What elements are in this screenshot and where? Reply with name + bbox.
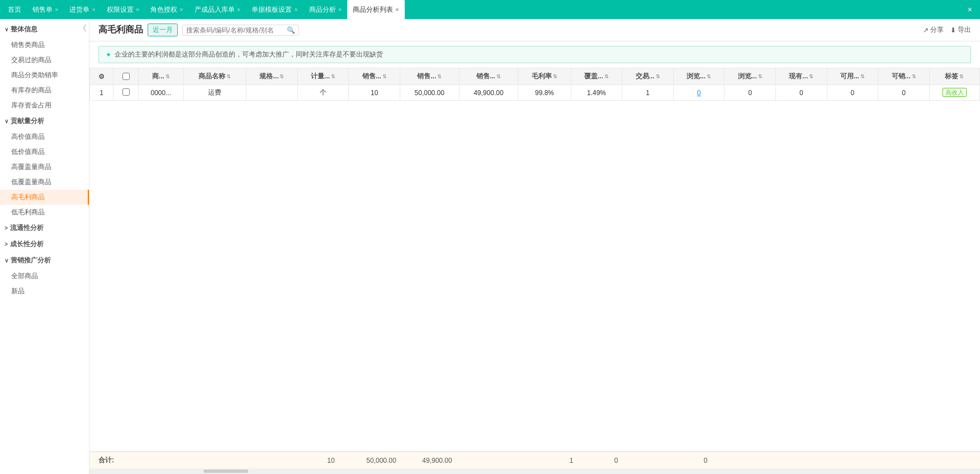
sidebar-item[interactable]: 库存资金占用 xyxy=(0,98,89,113)
browse1[interactable]: 0 xyxy=(673,85,725,101)
product-spec xyxy=(247,85,298,101)
sort-icon[interactable]: ⇅ xyxy=(912,74,916,79)
column-label: 销售... xyxy=(417,72,436,81)
tag: 高收入 xyxy=(929,85,979,101)
search-icon[interactable]: 🔍 xyxy=(287,26,295,34)
table-column-header[interactable]: 覆盖...⇅ xyxy=(571,68,622,85)
table-column-header[interactable]: 销售...⇅ xyxy=(459,68,518,85)
table-column-header[interactable]: 标签⇅ xyxy=(929,68,979,85)
footer-label: 合计: xyxy=(98,456,121,465)
select-all-checkbox[interactable] xyxy=(122,73,130,80)
column-label: ⚙ xyxy=(98,73,105,81)
nav-close-icon[interactable]: × xyxy=(338,6,342,13)
table-column-header[interactable]: 毛利率⇅ xyxy=(518,68,571,85)
sort-icon[interactable]: ⇅ xyxy=(860,74,865,79)
table-column-header[interactable]: 销售...⇅ xyxy=(349,68,400,85)
nav-item[interactable]: 权限设置× xyxy=(101,0,145,19)
nav-item[interactable]: 单据模板设置× xyxy=(246,0,303,19)
row-checkbox[interactable] xyxy=(113,85,139,101)
gross-rate: 99.8% xyxy=(518,85,571,101)
sort-icon[interactable]: ⇅ xyxy=(553,74,557,79)
sort-icon[interactable]: ⇅ xyxy=(437,74,442,79)
table-column-header[interactable]: 商...⇅ xyxy=(139,68,184,85)
nav-item[interactable]: 商品分析列表× xyxy=(347,0,404,19)
coverage-rate: 1.49% xyxy=(571,85,622,101)
table-column-header[interactable]: 商品名称⇅ xyxy=(183,68,247,85)
sidebar-item[interactable]: 低毛利商品 xyxy=(0,205,89,220)
table-footer: 合计: 10 50,000.00 49,900.00 1 0 0 xyxy=(89,451,980,468)
sales-qty: 10 xyxy=(349,85,400,101)
row-index: 1 xyxy=(90,85,113,101)
nav-close-icon[interactable]: × xyxy=(92,6,95,13)
sidebar-group-header[interactable]: ∨营销推广分析 xyxy=(0,252,89,269)
nav-close-icon[interactable]: × xyxy=(136,6,139,13)
sidebar-group-arrow-icon: > xyxy=(4,241,8,247)
nav-item[interactable]: 产成品入库单× xyxy=(189,0,246,19)
nav-item[interactable]: 角色授权× xyxy=(145,0,188,19)
search-input[interactable] xyxy=(186,26,287,34)
sidebar-group-header[interactable]: ∨整体信息 xyxy=(0,21,89,37)
sidebar-item[interactable]: 高覆盖量商品 xyxy=(0,159,89,175)
export-button[interactable]: ⬇ 导出 xyxy=(950,25,971,35)
nav-item[interactable]: 首页 xyxy=(2,0,27,19)
sort-icon[interactable]: ⇅ xyxy=(331,74,335,79)
sidebar-collapse-button[interactable]: 《 xyxy=(79,24,87,34)
horizontal-scrollbar[interactable] xyxy=(89,468,980,474)
sidebar: 《 ∨整体信息销售类商品交易过的商品商品分类助销率有库存的商品库存资金占用∨贡献… xyxy=(0,19,89,474)
data-table: ⚙商...⇅商品名称⇅规格...⇅计量...⇅销售...⇅销售...⇅销售...… xyxy=(89,68,980,101)
table-column-header[interactable]: 规格...⇅ xyxy=(247,68,298,85)
nav-close-icon[interactable]: × xyxy=(294,6,297,13)
sales-amount: 50,000.00 xyxy=(400,85,459,101)
nav-item[interactable]: 进货单× xyxy=(64,0,101,19)
sort-icon[interactable]: ⇅ xyxy=(758,74,763,79)
table-column-header[interactable]: 可销...⇅ xyxy=(878,68,930,85)
table-column-header[interactable]: 计量...⇅ xyxy=(297,68,349,85)
sidebar-item[interactable]: 交易过的商品 xyxy=(0,53,89,68)
sidebar-item[interactable]: 全部商品 xyxy=(0,269,89,284)
table-column-header[interactable]: 浏览...⇅ xyxy=(673,68,725,85)
table-column-header[interactable]: 现有...⇅ xyxy=(776,68,827,85)
sidebar-item[interactable]: 销售类商品 xyxy=(0,37,89,53)
column-label: 现有... xyxy=(789,72,808,81)
sidebar-group-label: 流通性分析 xyxy=(10,223,44,233)
table-column-header[interactable]: 浏览...⇅ xyxy=(725,68,776,85)
table-column-header: ⚙ xyxy=(90,68,113,85)
sort-icon[interactable]: ⇅ xyxy=(496,74,501,79)
sidebar-item[interactable]: 新品 xyxy=(0,284,89,299)
nav-item[interactable]: 销售单× xyxy=(27,0,64,19)
column-label: 标签 xyxy=(945,72,958,81)
table-column-header[interactable]: 交易...⇅ xyxy=(622,68,674,85)
sidebar-item[interactable]: 商品分类助销率 xyxy=(0,68,89,83)
sidebar-group-header[interactable]: ∨贡献量分析 xyxy=(0,113,89,129)
sort-icon[interactable]: ⇅ xyxy=(707,74,711,79)
footer-sales1: 10 xyxy=(309,457,353,464)
sort-icon[interactable]: ⇅ xyxy=(809,74,813,79)
sidebar-group-header[interactable]: >成长性分析 xyxy=(0,236,89,252)
table-column-header[interactable]: 可用...⇅ xyxy=(827,68,878,85)
sidebar-item[interactable]: 有库存的商品 xyxy=(0,83,89,98)
close-window-button[interactable]: × xyxy=(962,5,978,14)
sidebar-item[interactable]: 高价值商品 xyxy=(0,129,89,144)
share-button[interactable]: ↗ 分享 xyxy=(923,25,944,35)
nav-close-icon[interactable]: × xyxy=(179,6,183,13)
nav-item[interactable]: 商品分析× xyxy=(304,0,347,19)
sidebar-item[interactable]: 低覆盖量商品 xyxy=(0,175,89,190)
sidebar-item[interactable]: 低价值商品 xyxy=(0,144,89,159)
table-container: ⚙商...⇅商品名称⇅规格...⇅计量...⇅销售...⇅销售...⇅销售...… xyxy=(89,68,980,451)
nav-close-icon[interactable]: × xyxy=(55,6,58,13)
nav-close-icon[interactable]: × xyxy=(237,6,240,13)
column-label: 交易... xyxy=(636,72,655,81)
column-label: 毛利率 xyxy=(532,72,552,81)
nav-close-icon[interactable]: × xyxy=(395,6,399,13)
sort-icon[interactable]: ⇅ xyxy=(959,74,964,79)
sidebar-item[interactable]: 高毛利商品 xyxy=(0,190,89,205)
sidebar-group-header[interactable]: >流通性分析 xyxy=(0,220,89,236)
sort-icon[interactable]: ⇅ xyxy=(604,74,609,79)
sort-icon[interactable]: ⇅ xyxy=(226,74,231,79)
sort-icon[interactable]: ⇅ xyxy=(165,74,170,79)
sort-icon[interactable]: ⇅ xyxy=(656,74,660,79)
table-column-header[interactable]: 销售...⇅ xyxy=(400,68,459,85)
sort-icon[interactable]: ⇅ xyxy=(280,74,284,79)
sort-icon[interactable]: ⇅ xyxy=(382,74,387,79)
filter-month-button[interactable]: 近一月 xyxy=(148,24,178,36)
